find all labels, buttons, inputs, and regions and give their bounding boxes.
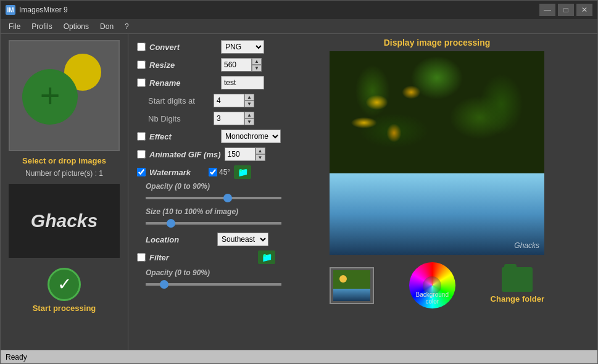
rename-row: Rename bbox=[137, 76, 317, 89]
start-digits-down[interactable]: ▼ bbox=[244, 101, 254, 107]
effect-label: Effect bbox=[149, 132, 217, 141]
location-label: Location bbox=[146, 235, 214, 244]
rename-input[interactable] bbox=[221, 76, 264, 89]
nb-digits-spinner: ▲ ▼ bbox=[214, 112, 254, 125]
app-icon: IM bbox=[6, 5, 15, 15]
menu-bar: File Profils Options Don ? bbox=[1, 19, 597, 34]
resize-input[interactable] bbox=[221, 58, 252, 72]
status-bar: Ready bbox=[1, 350, 597, 363]
watermark-checkbox[interactable] bbox=[137, 168, 146, 176]
watermark-opacity-section: Opacity (0 to 90%) bbox=[137, 182, 317, 204]
change-folder-button[interactable]: Change folder bbox=[491, 267, 544, 304]
watermark-preview: Ghacks bbox=[9, 184, 120, 258]
animated-gif-label: Animated GIF (ms) bbox=[149, 150, 221, 159]
filter-label: Filter bbox=[149, 253, 217, 262]
animated-gif-checkbox[interactable] bbox=[137, 150, 146, 159]
location-select[interactable]: SoutheastNorthwestNortheastSouthwestCent… bbox=[217, 233, 268, 246]
resize-up-arrow[interactable]: ▲ bbox=[252, 58, 262, 65]
middle-panel: Convert PNGJPEGBMPTIFF Resize ▲ ▼ bbox=[128, 34, 326, 350]
nb-digits-up[interactable]: ▲ bbox=[244, 112, 254, 118]
nb-digits-down[interactable]: ▼ bbox=[244, 118, 254, 125]
start-digits-row: Start digits at ▲ ▼ bbox=[137, 94, 317, 107]
nb-digits-label: Nb Digits bbox=[148, 114, 210, 123]
convert-select[interactable]: PNGJPEGBMPTIFF bbox=[221, 40, 264, 54]
title-bar: IM ImagesMixer 9 — □ ✕ bbox=[1, 1, 597, 19]
watermark-opacity-label: Opacity (0 to 90%) bbox=[146, 182, 317, 191]
image-drop-area[interactable]: + bbox=[9, 40, 120, 151]
background-color-label: Background color bbox=[409, 291, 455, 305]
start-digits-input[interactable] bbox=[214, 94, 244, 107]
watermark-opacity-slider-container bbox=[146, 192, 281, 204]
thumbnail-box[interactable] bbox=[330, 267, 374, 304]
watermark-opacity-slider[interactable] bbox=[146, 197, 281, 199]
start-digits-label: Start digits at bbox=[148, 96, 210, 105]
location-row: Location SoutheastNorthwestNortheastSout… bbox=[137, 233, 317, 246]
convert-row: Convert PNGJPEGBMPTIFF bbox=[137, 40, 317, 54]
num-pictures-label: Number of picture(s) : 1 bbox=[25, 169, 103, 178]
convert-checkbox[interactable] bbox=[137, 43, 146, 51]
animated-gif-down[interactable]: ▼ bbox=[255, 154, 265, 161]
animated-gif-row: Animated GIF (ms) ▲ ▼ bbox=[137, 147, 317, 161]
change-folder-icon bbox=[502, 267, 533, 292]
change-folder-label: Change folder bbox=[491, 294, 544, 304]
watermark-folder-icon[interactable] bbox=[234, 165, 251, 179]
start-digits-up[interactable]: ▲ bbox=[244, 94, 254, 101]
yellow-leaves-layer bbox=[351, 62, 437, 163]
filter-folder-icon[interactable] bbox=[258, 250, 275, 264]
minimize-button[interactable]: — bbox=[539, 4, 555, 16]
watermark-size-slider-container bbox=[146, 218, 281, 229]
menu-file[interactable]: File bbox=[3, 20, 26, 33]
color-wheel-container: Background color bbox=[409, 262, 455, 308]
app-window: IM ImagesMixer 9 — □ ✕ File Profils Opti… bbox=[0, 0, 598, 364]
watermark-size-slider[interactable] bbox=[146, 222, 281, 225]
status-text: Ready bbox=[6, 353, 27, 362]
close-button[interactable]: ✕ bbox=[576, 4, 592, 16]
filter-opacity-label: Opacity (0 to 90%) bbox=[146, 268, 317, 277]
watermark-preview-text: Ghacks bbox=[31, 210, 98, 231]
resize-arrows: ▲ ▼ bbox=[252, 58, 262, 72]
nb-digits-input[interactable] bbox=[214, 112, 244, 125]
animated-gif-input[interactable] bbox=[225, 147, 255, 161]
effect-select[interactable]: MonochromeSepiaBlurNone bbox=[221, 130, 281, 143]
filter-checkbox[interactable] bbox=[137, 253, 146, 262]
filter-opacity-slider-container bbox=[146, 279, 281, 290]
watermark-size-section: Size (10 to 100% of image) bbox=[137, 207, 317, 229]
sky-layer bbox=[330, 173, 544, 255]
green-circle: + bbox=[22, 69, 78, 125]
plus-icon: + bbox=[40, 78, 60, 113]
menu-help[interactable]: ? bbox=[119, 20, 135, 33]
resize-down-arrow[interactable]: ▼ bbox=[252, 65, 262, 72]
watermark-angle-group: 45° bbox=[209, 168, 230, 176]
filter-opacity-slider[interactable] bbox=[146, 283, 281, 286]
menu-don[interactable]: Don bbox=[94, 20, 119, 33]
watermark-angle-checkbox[interactable] bbox=[209, 168, 217, 176]
rename-label: Rename bbox=[149, 78, 217, 88]
start-processing-button[interactable]: ✓ Start processing bbox=[33, 268, 96, 313]
checkmark-icon: ✓ bbox=[57, 276, 72, 293]
title-bar-left: IM ImagesMixer 9 bbox=[6, 5, 68, 15]
start-processing-label: Start processing bbox=[33, 304, 96, 313]
filter-row: Filter bbox=[137, 250, 317, 264]
maximize-button[interactable]: □ bbox=[558, 4, 574, 16]
resize-spinner: ▲ ▼ bbox=[221, 58, 262, 72]
start-digits-spinner: ▲ ▼ bbox=[214, 94, 254, 107]
effect-checkbox[interactable] bbox=[137, 132, 146, 141]
menu-profils[interactable]: Profils bbox=[26, 20, 57, 33]
nb-digits-arrows: ▲ ▼ bbox=[244, 112, 254, 125]
filter-opacity-section: Opacity (0 to 90%) bbox=[137, 268, 317, 290]
select-drop-label: Select or drop images bbox=[22, 156, 106, 165]
animated-gif-spinner: ▲ ▼ bbox=[225, 147, 265, 161]
nb-digits-row: Nb Digits ▲ ▼ bbox=[137, 112, 317, 125]
preview-watermark: Ghacks bbox=[514, 241, 539, 250]
rename-checkbox[interactable] bbox=[137, 78, 146, 87]
animated-gif-up[interactable]: ▲ bbox=[255, 147, 265, 154]
resize-label: Resize bbox=[149, 60, 217, 70]
main-content: + Select or drop images Number of pictur… bbox=[1, 34, 597, 350]
thumbnail-inner bbox=[333, 270, 370, 301]
menu-options[interactable]: Options bbox=[58, 20, 94, 33]
thumb-sky bbox=[333, 289, 370, 301]
animated-gif-arrows: ▲ ▼ bbox=[255, 147, 265, 161]
left-panel: + Select or drop images Number of pictur… bbox=[1, 34, 128, 350]
effect-row: Effect MonochromeSepiaBlurNone bbox=[137, 130, 317, 143]
resize-checkbox[interactable] bbox=[137, 60, 146, 69]
